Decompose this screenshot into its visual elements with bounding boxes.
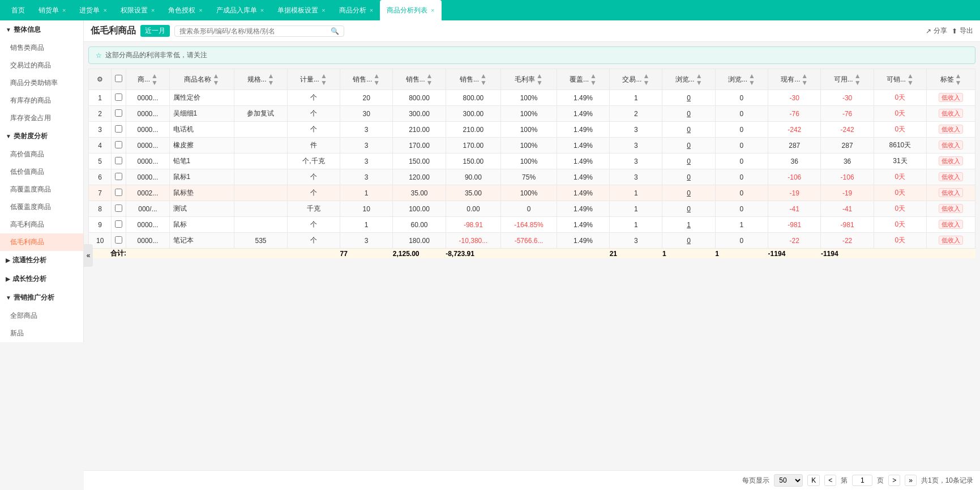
sidebar-group-marketing[interactable]: ▼ 营销推广分析 [0, 288, 83, 307]
sidebar-group-circulation[interactable]: ▶ 流通性分析 [0, 251, 83, 270]
row-checkbox[interactable] [112, 138, 126, 154]
view1-link[interactable]: 0 [687, 142, 691, 150]
close-icon[interactable]: × [431, 7, 434, 14]
export-button[interactable]: ⬆ 导出 [952, 26, 973, 36]
sidebar-item-high-margin[interactable]: 高毛利商品 [0, 216, 83, 233]
view1-link[interactable]: 0 [687, 157, 691, 165]
sidebar-item-low-margin[interactable]: 低毛利商品 [0, 233, 83, 251]
th-code[interactable]: 商...▲▼ [126, 69, 169, 90]
row-checkbox[interactable] [112, 233, 126, 249]
row-view1[interactable]: 0 [662, 106, 715, 122]
page-size-select[interactable]: 50 100 [774, 474, 803, 487]
row-view1[interactable]: 0 [662, 154, 715, 169]
nav-sales[interactable]: 销货单 × [32, 0, 72, 20]
row-select-checkbox[interactable] [115, 157, 122, 164]
view1-link[interactable]: 0 [687, 189, 691, 197]
nav-product-storage[interactable]: 产成品入库单 × [209, 0, 271, 20]
page-input[interactable] [852, 475, 872, 486]
row-select-checkbox[interactable] [115, 204, 122, 212]
view1-link[interactable]: 0 [687, 237, 691, 245]
row-checkbox[interactable] [112, 201, 126, 217]
row-view1[interactable]: 0 [662, 169, 715, 185]
next-page-button[interactable]: > [888, 475, 900, 486]
row-select-checkbox[interactable] [115, 109, 122, 117]
row-checkbox[interactable] [112, 169, 126, 185]
th-sale-price[interactable]: 销售...▲▼ [393, 69, 446, 90]
th-setting[interactable]: ⚙ [89, 69, 112, 90]
date-filter-button[interactable]: 近一月 [140, 25, 170, 37]
close-icon[interactable]: × [103, 7, 106, 14]
th-checkbox[interactable] [112, 69, 126, 90]
row-select-checkbox[interactable] [115, 93, 122, 101]
row-view1[interactable]: 0 [662, 201, 715, 217]
row-view1[interactable]: 0 [662, 90, 715, 106]
close-icon[interactable]: × [62, 7, 66, 14]
row-select-checkbox[interactable] [115, 141, 122, 148]
close-icon[interactable]: × [151, 7, 155, 14]
sidebar-item-high-value[interactable]: 高价值商品 [0, 146, 83, 163]
nav-permission[interactable]: 权限设置 × [114, 0, 161, 20]
th-unit[interactable]: 计量...▲▼ [287, 69, 340, 90]
nav-template[interactable]: 单据模板设置 × [271, 0, 332, 20]
row-checkbox[interactable] [112, 106, 126, 122]
nav-purchase[interactable]: 进货单 × [72, 0, 113, 20]
row-checkbox[interactable] [112, 122, 126, 138]
view1-link[interactable]: 0 [687, 110, 691, 118]
first-page-button[interactable]: K [807, 475, 820, 486]
sidebar-group-overall[interactable]: ▼ 整体信息 [0, 20, 83, 39]
sidebar-item-all-goods[interactable]: 全部商品 [0, 307, 83, 325]
search-icon[interactable]: 🔍 [331, 27, 339, 35]
th-saleable[interactable]: 可销...▲▼ [874, 69, 926, 90]
row-checkbox[interactable] [112, 185, 126, 201]
th-gross-margin[interactable]: 毛利率▲▼ [501, 69, 557, 90]
th-sale-qty[interactable]: 销售...▲▼ [340, 69, 393, 90]
sidebar-item-high-coverage[interactable]: 高覆盖度商品 [0, 181, 83, 198]
view1-link[interactable]: 0 [687, 173, 691, 181]
close-icon[interactable]: × [322, 7, 325, 14]
close-icon[interactable]: × [199, 7, 202, 14]
th-view1[interactable]: 浏览...▲▼ [662, 69, 715, 90]
share-button[interactable]: ↗ 分享 [926, 26, 947, 36]
nav-role[interactable]: 角色授权 × [161, 0, 209, 20]
row-checkbox[interactable] [112, 217, 126, 233]
close-icon[interactable]: × [260, 7, 264, 14]
row-view1[interactable]: 0 [662, 233, 715, 249]
th-current-stock[interactable]: 现有...▲▼ [768, 69, 821, 90]
nav-home[interactable]: 首页 [5, 0, 32, 20]
row-select-checkbox[interactable] [115, 125, 122, 133]
select-all-checkbox[interactable] [115, 75, 122, 82]
row-checkbox[interactable] [112, 154, 126, 169]
sidebar-item-new-goods[interactable]: 新品 [0, 325, 83, 342]
sidebar-item-low-coverage[interactable]: 低覆盖度商品 [0, 198, 83, 216]
sidebar-collapse-button[interactable]: « [84, 244, 93, 267]
view1-link[interactable]: 0 [687, 205, 691, 213]
nav-product-analysis-list[interactable]: 商品分析列表 × [380, 0, 441, 20]
row-select-checkbox[interactable] [115, 173, 122, 180]
sidebar-item-category-rate[interactable]: 商品分类助销率 [0, 74, 83, 92]
view1-link[interactable]: 1 [687, 221, 691, 229]
th-transaction[interactable]: 交易...▲▼ [610, 69, 662, 90]
view1-link[interactable]: 0 [687, 126, 691, 134]
th-name[interactable]: 商品名称▲▼ [169, 69, 234, 90]
sidebar-item-stock-capital[interactable]: 库存资金占用 [0, 109, 83, 127]
row-view1[interactable]: 0 [662, 138, 715, 154]
th-spec[interactable]: 规格...▲▼ [234, 69, 287, 90]
th-coverage[interactable]: 覆盖...▲▼ [557, 69, 609, 90]
th-available[interactable]: 可用...▲▼ [821, 69, 874, 90]
row-view1[interactable]: 1 [662, 217, 715, 233]
view1-link[interactable]: 0 [687, 94, 691, 102]
row-view1[interactable]: 0 [662, 185, 715, 201]
nav-product-analysis[interactable]: 商品分析 × [332, 0, 380, 20]
sidebar-item-traded-goods[interactable]: 交易过的商品 [0, 57, 83, 74]
th-sale-amount[interactable]: 销售...▲▼ [446, 69, 501, 90]
sidebar-item-low-value[interactable]: 低价值商品 [0, 163, 83, 181]
search-input[interactable] [179, 27, 331, 35]
last-page-button[interactable]: » [905, 475, 917, 486]
close-icon[interactable]: × [370, 7, 373, 14]
sidebar-group-growth[interactable]: ▶ 成长性分析 [0, 270, 83, 288]
table-container[interactable]: ⚙ 商...▲▼ 商品名称▲▼ 规格...▲▼ 计量...▲▼ 销售...▲▼ … [84, 69, 980, 470]
sidebar-item-stock-goods[interactable]: 有库存的商品 [0, 92, 83, 109]
row-select-checkbox[interactable] [115, 220, 122, 228]
prev-page-button[interactable]: < [824, 475, 836, 486]
th-view2[interactable]: 浏览...▲▼ [715, 69, 768, 90]
